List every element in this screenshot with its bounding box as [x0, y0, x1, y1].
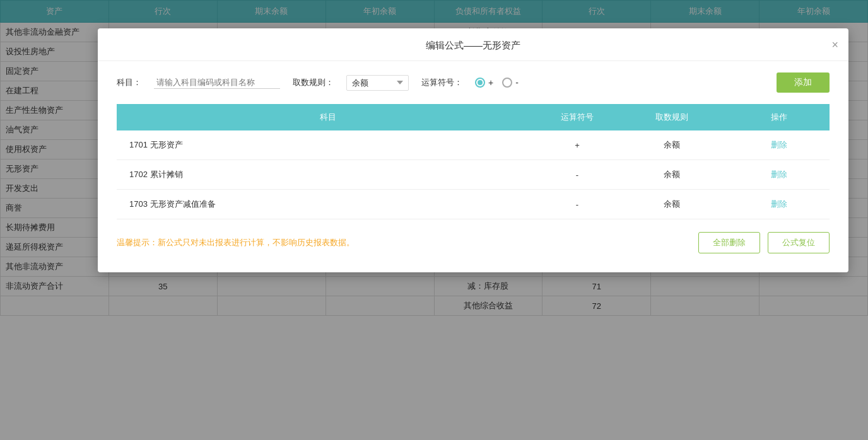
add-button[interactable]: 添加	[777, 72, 830, 93]
rule-select[interactable]: 余额 借方发生额 贷方发生额	[346, 75, 409, 91]
operator-label: 运算符号：	[421, 77, 462, 88]
form-row: 科目： 取数规则： 余额 借方发生额 贷方发生额 运算符号： + - 添加	[98, 61, 848, 104]
radio-plus-label: +	[488, 78, 493, 88]
radio-minus-label: -	[515, 78, 519, 88]
radio-minus-circle	[502, 78, 512, 88]
th-action: 操作	[729, 104, 830, 130]
radio-minus[interactable]: -	[502, 78, 519, 88]
subject-input[interactable]	[154, 76, 280, 89]
delete-link[interactable]: 删除	[771, 170, 787, 179]
formula-rule-cell: 余额	[615, 190, 729, 219]
delete-link[interactable]: 删除	[771, 199, 787, 209]
formula-operator-cell: -	[539, 190, 615, 219]
formula-action-cell: 删除	[729, 190, 830, 219]
th-operator: 运算符号	[539, 104, 615, 130]
formula-table-row: 1703 无形资产减值准备 - 余额 删除	[117, 190, 830, 219]
formula-rule-cell: 余额	[615, 160, 729, 190]
modal-header: 编辑公式——无形资产 ×	[98, 28, 848, 61]
formula-table-wrap: 科目 运算符号 取数规则 操作 1701 无形资产 + 余额 删除 1702 累…	[117, 104, 830, 219]
reset-formula-button[interactable]: 公式复位	[768, 232, 830, 253]
formula-action-cell: 删除	[729, 130, 830, 160]
formula-rule-cell: 余额	[615, 130, 729, 160]
formula-subject-cell: 1703 无形资产减值准备	[117, 190, 539, 219]
delete-all-button[interactable]: 全部删除	[698, 232, 760, 253]
operator-radio-group: + -	[475, 78, 519, 88]
rule-label: 取数规则：	[293, 77, 334, 88]
subject-label: 科目：	[117, 77, 141, 88]
formula-action-cell: 删除	[729, 160, 830, 190]
th-subject: 科目	[117, 104, 539, 130]
delete-link[interactable]: 删除	[771, 140, 787, 149]
formula-table-row: 1702 累计摊销 - 余额 删除	[117, 160, 830, 190]
modal-footer: 温馨提示：新公式只对未出报表进行计算，不影响历史报表数据。 全部删除 公式复位	[98, 219, 848, 253]
radio-plus[interactable]: +	[475, 78, 493, 88]
rule-select-wrap: 余额 借方发生额 贷方发生额	[346, 75, 409, 91]
hint-text: 温馨提示：新公式只对未出报表进行计算，不影响历史报表数据。	[117, 237, 355, 248]
formula-table-row: 1701 无形资产 + 余额 删除	[117, 130, 830, 160]
modal-close-button[interactable]: ×	[831, 39, 838, 50]
formula-subject-cell: 1701 无形资产	[117, 130, 539, 160]
edit-formula-modal: 编辑公式——无形资产 × 科目： 取数规则： 余额 借方发生额 贷方发生额 运算…	[98, 28, 848, 272]
th-rule: 取数规则	[615, 104, 729, 130]
formula-operator-cell: -	[539, 160, 615, 190]
modal-title: 编辑公式——无形资产	[426, 40, 520, 50]
formula-table: 科目 运算符号 取数规则 操作 1701 无形资产 + 余额 删除 1702 累…	[117, 104, 830, 219]
radio-plus-circle	[475, 78, 485, 88]
formula-subject-cell: 1702 累计摊销	[117, 160, 539, 190]
formula-operator-cell: +	[539, 130, 615, 160]
footer-buttons: 全部删除 公式复位	[698, 232, 830, 253]
